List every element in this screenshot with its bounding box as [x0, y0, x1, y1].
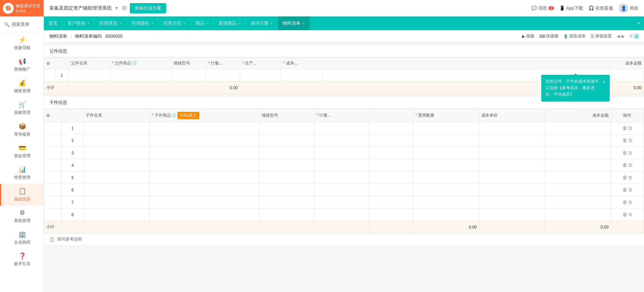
tab-new-goods-close[interactable]: ×	[238, 21, 240, 25]
page-scroll: 物料清单 | 物料清单编码 0000005 ▶ 视频 ⌨ 快捷键 💲	[44, 30, 644, 292]
parent-col-goods: * 父件商品 ⓘ	[110, 58, 172, 69]
copy-icon[interactable]: ⧉	[629, 138, 632, 143]
delete-icon[interactable]: 🗑	[622, 125, 627, 131]
tab-barcode-close[interactable]: ×	[271, 21, 273, 25]
copy-icon[interactable]: ⧉	[629, 150, 632, 156]
copy-icon[interactable]: ⧉	[629, 199, 632, 205]
toolbar-setting-btn[interactable]: ☰ 单据设置	[591, 33, 612, 39]
tab-profit-close[interactable]: ×	[151, 21, 153, 25]
parent-row-cost[interactable]	[281, 69, 322, 82]
bottom-bar: 📋 填写参考说明	[44, 233, 644, 245]
sidebar-item-marketing[interactable]: 📢 营销推广	[0, 54, 44, 76]
experience-btn[interactable]: 体验行业方案	[130, 3, 166, 13]
message-group[interactable]: 💬 消息 6	[531, 5, 554, 11]
parent-row-spec[interactable]	[172, 69, 206, 82]
delete-icon[interactable]: 🗑	[622, 199, 627, 205]
sidebar-item-enterprise[interactable]: 🏢 企业协同	[0, 227, 44, 249]
copy-icon[interactable]: ⧉	[629, 175, 632, 180]
tab-bom[interactable]: 物料清单 ×	[278, 16, 310, 30]
child-col-extra	[369, 109, 413, 122]
list-view-icon[interactable]: ≡	[630, 33, 633, 39]
app-download-group[interactable]: 📱 App下载	[559, 5, 583, 11]
tab-goods-close[interactable]: ×	[207, 21, 209, 25]
parent-row-warehouse[interactable]	[69, 69, 110, 82]
parent-col-produce: * 生产...	[240, 58, 281, 69]
sidebar-item-basic[interactable]: 📋 基础信息	[0, 184, 44, 206]
delete-icon[interactable]: 🗑	[622, 212, 627, 218]
prev-arrow-icon[interactable]: ◀	[617, 34, 620, 39]
sidebar-item-operation[interactable]: 📊 经营管理	[0, 162, 44, 184]
parent-row-produce[interactable]	[240, 69, 281, 82]
delete-icon[interactable]: 🗑	[622, 150, 627, 156]
sidebar-item-inventory[interactable]: 📦 库存核算	[0, 119, 44, 141]
delete-icon[interactable]: 🗑	[622, 138, 627, 143]
table-row: 7 🗑⧉	[44, 196, 644, 209]
delete-icon[interactable]: 🗑	[622, 175, 627, 180]
child-row1-unit[interactable]	[314, 122, 369, 135]
settings-gear-icon[interactable]: ⚙	[122, 4, 127, 12]
table-row: 5 🗑⧉	[44, 172, 644, 184]
tab-business-close[interactable]: ×	[119, 21, 121, 25]
child-row1-spec[interactable]	[259, 122, 314, 135]
toolbar-cost-btn[interactable]: 💲 提取成本	[563, 33, 586, 39]
quick-nav-icon: ⚡	[18, 36, 26, 44]
parent-subtotal-empty	[69, 82, 206, 94]
child-row1-unit-cost[interactable]	[479, 122, 545, 135]
bottom-icon: 📋	[49, 237, 54, 242]
nav-arrows: ◀ ▶	[617, 34, 625, 39]
child-row1-goods[interactable]	[149, 122, 259, 135]
app-logo: 畅 畅捷通好生意 标准版	[0, 0, 44, 16]
delete-icon[interactable]: 🗑	[622, 162, 627, 168]
tab-new-goods[interactable]: 新增商品 ×	[214, 16, 246, 30]
tab-home[interactable]: 首页	[44, 16, 63, 30]
toolbar-shortcut-btn[interactable]: ⌨ 快捷键	[539, 33, 558, 39]
tab-history[interactable]: 经营历程 ×	[159, 16, 190, 30]
scan-btn[interactable]: 扫码录入	[177, 112, 199, 119]
sidebar-item-guide[interactable]: ❓ 新手引导	[0, 249, 44, 270]
child-row1-warehouse[interactable]	[84, 122, 149, 135]
sidebar-item-purchase[interactable]: 🛒 采购管理	[0, 97, 44, 119]
tab-customer[interactable]: 客户联络 ×	[63, 16, 95, 30]
tab-customer-close[interactable]: ×	[87, 21, 89, 25]
sidebar-item-quick-nav[interactable]: ⚡ 快捷导航	[0, 33, 44, 54]
next-arrow-icon[interactable]: ▶	[621, 34, 625, 39]
tooltip-close-btn[interactable]: ×	[603, 78, 606, 86]
tab-barcode[interactable]: 条码方案 ×	[246, 16, 278, 30]
child-col-amount: 成本金额	[545, 109, 611, 122]
sidebar-item-finance[interactable]: 💳 资金管理	[0, 141, 44, 162]
copy-icon[interactable]: ⧉	[629, 162, 632, 168]
parent-row-goods[interactable]	[110, 69, 172, 82]
copy-icon[interactable]: ⧉	[629, 212, 632, 218]
close-all-tabs[interactable]: ×	[634, 20, 644, 26]
inventory-icon: 📦	[18, 122, 26, 130]
parent-col-settings[interactable]: ⚙	[44, 58, 55, 69]
tab-goods[interactable]: 商品 ×	[191, 16, 214, 30]
child-col-settings[interactable]: ⚙	[44, 109, 62, 122]
delete-icon[interactable]: 🗑	[622, 187, 627, 193]
tab-bom-close[interactable]: ×	[302, 21, 305, 25]
child-col-num	[62, 109, 84, 122]
tab-profit[interactable]: 利润报告 ×	[127, 16, 159, 30]
child-row1-actions: 🗑 ⧉	[611, 122, 644, 135]
system-title-arrow[interactable]: ▼	[114, 5, 119, 11]
sidebar-search-area: 🔍 搜索菜单	[0, 16, 44, 33]
sidebar-item-system[interactable]: ⚙ 系统管理	[0, 206, 44, 227]
child-col-spec: 规格型号	[259, 109, 314, 122]
phone-icon: 📱	[559, 5, 565, 11]
tab-history-close[interactable]: ×	[183, 21, 185, 25]
tab-business[interactable]: 经营情况 ×	[95, 16, 126, 30]
user-group[interactable]: 👤 用友	[619, 3, 639, 13]
sidebar-item-sales[interactable]: 💰 销售管理	[0, 76, 44, 97]
parent-row-unit[interactable]	[206, 69, 240, 82]
online-service-group[interactable]: 🎧 在线客服	[589, 5, 613, 11]
parent-subtotal-right: 0.00	[610, 82, 644, 94]
guide-icon: ❓	[18, 252, 26, 260]
table-row: 1 🗑 ⧉	[44, 122, 644, 135]
table-row: 6 🗑⧉	[44, 184, 644, 196]
grid-view-icon[interactable]: ⊞	[634, 33, 639, 39]
copy-icon[interactable]: ⧉	[629, 125, 632, 131]
search-menu-button[interactable]: 🔍 搜索菜单	[3, 19, 41, 30]
copy-icon[interactable]: ⧉	[629, 187, 632, 193]
child-row1-quantity[interactable]	[413, 122, 479, 135]
toolbar-view-btn[interactable]: ▶ 视频	[522, 33, 534, 39]
